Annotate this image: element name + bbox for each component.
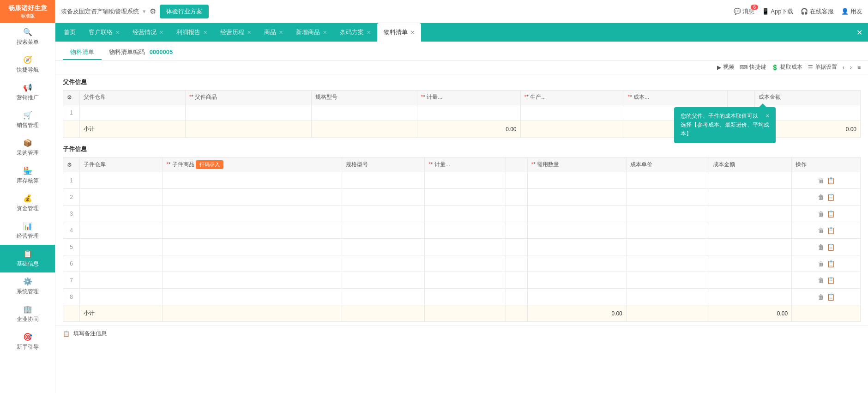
shortcut-btn[interactable]: ⌨ 快捷键 (740, 63, 766, 71)
child-goods-7[interactable] (163, 272, 342, 289)
child-unit-1[interactable] (425, 172, 506, 189)
child-qty-1[interactable] (527, 172, 626, 189)
tab-new-goods[interactable]: 新增商品 ✕ (289, 23, 333, 42)
child-qty-2[interactable] (527, 189, 626, 206)
child-unit-5[interactable] (425, 239, 506, 255)
sidebar-item-inventory[interactable]: 🏪 库存核算 (0, 162, 55, 189)
parent-production-cell[interactable] (520, 104, 624, 121)
tab-close-all[interactable]: ✕ (853, 28, 866, 37)
sidebar-item-enterprise[interactable]: 🏢 企业协同 (0, 300, 55, 328)
copy-icon-2[interactable]: 📋 (827, 193, 835, 201)
delete-icon-8[interactable]: 🗑 (818, 293, 824, 301)
child-warehouse-8[interactable] (80, 289, 163, 305)
child-unit-4[interactable] (425, 222, 506, 239)
child-unit-6[interactable] (425, 255, 506, 272)
child-warehouse-7[interactable] (80, 272, 163, 289)
tab-goods-close[interactable]: ✕ (279, 30, 283, 36)
child-goods-4[interactable] (163, 222, 342, 239)
child-spec-8[interactable] (342, 289, 424, 305)
next-btn[interactable]: › (850, 64, 852, 71)
delete-icon-7[interactable]: 🗑 (818, 277, 824, 284)
tab-home[interactable]: 首页 (57, 23, 82, 42)
child-warehouse-2[interactable] (80, 189, 163, 206)
parent-col-settings[interactable]: ⚙ (63, 91, 80, 104)
child-warehouse-6[interactable] (80, 255, 163, 272)
tab-new-goods-close[interactable]: ✕ (323, 30, 327, 36)
tab-customer[interactable]: 客户联络 ✕ (82, 23, 126, 42)
sidebar-item-system[interactable]: ⚙️ 系统管理 (0, 272, 55, 300)
delete-icon-6[interactable]: 🗑 (818, 260, 824, 267)
child-qty-6[interactable] (527, 255, 626, 272)
child-spec-5[interactable] (342, 239, 424, 255)
child-unit-3[interactable] (425, 206, 506, 222)
settings-icon[interactable]: ⚙ (150, 7, 156, 16)
child-warehouse-3[interactable] (80, 206, 163, 222)
sidebar-item-guide[interactable]: 🎯 新手引导 (0, 328, 55, 356)
child-qty-3[interactable] (527, 206, 626, 222)
tab-bom[interactable]: 物料清单 ✕ (377, 23, 421, 42)
child-goods-2[interactable] (163, 189, 342, 206)
child-unit-7[interactable] (425, 272, 506, 289)
child-spec-3[interactable] (342, 206, 424, 222)
copy-icon-1[interactable]: 📋 (827, 177, 835, 184)
cost-btn[interactable]: 💲 提取成本 (772, 63, 802, 71)
delete-icon-2[interactable]: 🗑 (818, 193, 824, 201)
tab-history[interactable]: 经营历程 ✕ (214, 23, 258, 42)
child-goods-6[interactable] (163, 255, 342, 272)
scan-button[interactable]: 扫码录入 (196, 160, 223, 169)
sidebar-item-finance[interactable]: 💰 资金管理 (0, 189, 55, 217)
tab-profit-close[interactable]: ✕ (203, 30, 207, 36)
child-spec-7[interactable] (342, 272, 424, 289)
experience-button[interactable]: 体验行业方案 (160, 5, 209, 18)
tab-barcode-close[interactable]: ✕ (367, 30, 371, 36)
copy-icon-4[interactable]: 📋 (827, 227, 835, 234)
sidebar-item-sales[interactable]: 🛒 销售管理 (0, 106, 55, 134)
parent-warehouse-cell[interactable] (80, 104, 186, 121)
child-unit-cost-7[interactable] (626, 272, 709, 289)
child-spec-2[interactable] (342, 189, 424, 206)
copy-icon-7[interactable]: 📋 (827, 277, 835, 284)
user-menu[interactable]: 👤 用友 (841, 7, 862, 16)
tab-bom-close[interactable]: ✕ (410, 30, 415, 36)
copy-icon-6[interactable]: 📋 (827, 260, 835, 267)
subtab-bom-code[interactable]: 物料清单编码 0000005 (102, 45, 180, 60)
child-goods-8[interactable] (163, 289, 342, 305)
child-unit-cost-2[interactable] (626, 189, 709, 206)
child-goods-3[interactable] (163, 206, 342, 222)
prev-btn[interactable]: ‹ (843, 64, 844, 71)
child-goods-1[interactable] (163, 172, 342, 189)
child-unit-cost-4[interactable] (626, 222, 709, 239)
sidebar-item-purchase[interactable]: 📦 采购管理 (0, 134, 55, 162)
note-label[interactable]: 填写备注信息 (73, 330, 107, 338)
tab-history-close[interactable]: ✕ (247, 30, 251, 36)
child-unit-8[interactable] (425, 289, 506, 305)
sidebar-item-basic[interactable]: 📋 基础信息 (0, 245, 55, 272)
subtab-bom-list[interactable]: 物料清单 (63, 45, 102, 60)
tab-profit[interactable]: 利润报告 ✕ (170, 23, 214, 42)
video-btn[interactable]: ▶ 视频 (717, 63, 734, 71)
child-spec-6[interactable] (342, 255, 424, 272)
delete-icon-5[interactable]: 🗑 (818, 243, 824, 251)
delete-icon-1[interactable]: 🗑 (818, 177, 824, 184)
copy-icon-8[interactable]: 📋 (827, 293, 835, 301)
child-unit-cost-3[interactable] (626, 206, 709, 222)
child-warehouse-1[interactable] (80, 172, 163, 189)
copy-icon-3[interactable]: 📋 (827, 210, 835, 218)
list-view-btn[interactable]: ≡ (857, 64, 861, 71)
child-unit-cost-6[interactable] (626, 255, 709, 272)
child-unit-cost-1[interactable] (626, 172, 709, 189)
tab-customer-close[interactable]: ✕ (115, 30, 120, 36)
sidebar-item-search[interactable]: 🔍 搜索菜单 (0, 23, 55, 51)
child-qty-4[interactable] (527, 222, 626, 239)
delete-icon-3[interactable]: 🗑 (818, 210, 824, 218)
child-qty-7[interactable] (527, 272, 626, 289)
child-unit-cost-8[interactable] (626, 289, 709, 305)
sidebar-item-operation[interactable]: 📊 经营管理 (0, 217, 55, 245)
single-settings-btn[interactable]: ☰ 单据设置 (808, 63, 837, 71)
parent-unit-cell[interactable] (417, 104, 520, 121)
sidebar-item-marketing[interactable]: 📢 营销推广 (0, 79, 55, 106)
tab-goods[interactable]: 商品 ✕ (258, 23, 289, 42)
tooltip-close-button[interactable]: × (766, 112, 769, 121)
tab-barcode[interactable]: 条码方案 ✕ (333, 23, 377, 42)
dropdown-arrow-icon[interactable]: ▾ (143, 8, 146, 15)
